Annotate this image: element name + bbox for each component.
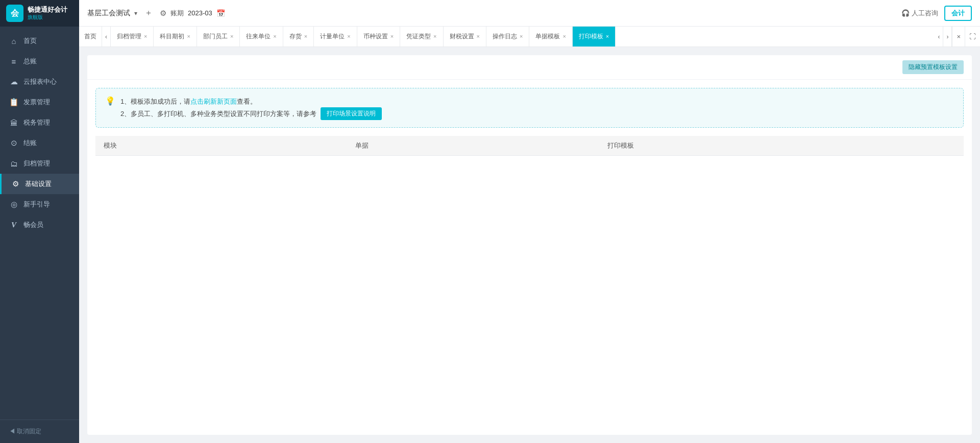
tab-customer-label: 往来单位 [246,32,271,41]
tab-printtemplate[interactable]: 打印模板 × [573,27,616,46]
sidebar-item-archive[interactable]: 🗂 归档管理 [0,153,79,174]
hide-template-button[interactable]: 隐藏预置模板设置 [902,60,964,74]
archive-icon: 🗂 [9,159,18,168]
col-template: 打印模板 [599,136,964,156]
tab-oplog[interactable]: 操作日志 × [486,27,529,46]
tab-currency-label: 币种设置 [363,32,388,41]
table-container: 模块 单据 打印模板 [87,136,972,164]
sidebar-item-tax[interactable]: 🏛 税务管理 [0,112,79,133]
sidebar-item-home-label: 首页 [23,36,37,45]
sidebar-unpin[interactable]: ◀ 取消固定 [0,419,79,443]
settings-icon: ⚙ [11,179,20,189]
tab-stock-close[interactable]: × [304,34,307,39]
service-button[interactable]: 🎧 人工咨询 [901,9,938,18]
info-line1-suffix: 查看。 [237,98,257,105]
period-label: 账期 [170,9,184,18]
app-logo: 会 畅捷通好会计 旗舰版 [0,0,79,27]
print-template-table: 模块 单据 打印模板 [95,136,964,156]
tab-voucher-close[interactable]: × [433,34,436,39]
tab-scroll-left[interactable]: ‹ [935,27,943,46]
sidebar: 会 畅捷通好会计 旗舰版 ⌂ 首页 ≡ 总账 ☁ 云报表中心 📋 发票管理 🏛 … [0,0,79,443]
col-document: 单据 [347,136,599,156]
kuaiji-button[interactable]: 会计 [944,6,972,21]
guide-icon: ◎ [9,200,18,209]
sidebar-item-closing[interactable]: ⊙ 结账 [0,133,79,153]
tab-close-all[interactable]: × [952,27,965,46]
tab-dept-close[interactable]: × [230,34,233,39]
topbar-left: 基层工会测试 ▾ ＋ ⚙ 账期 2023-03 📅 [87,7,225,19]
closing-icon: ⊙ [9,138,18,148]
cloud-icon: ☁ [9,77,18,86]
period-value: 2023-03 [188,9,212,17]
sidebar-item-ledger[interactable]: ≡ 总账 [0,51,79,72]
tab-currency-close[interactable]: × [390,34,394,39]
sidebar-item-settings-label: 基础设置 [25,179,52,189]
sidebar-item-reports-label: 云报表中心 [23,77,57,86]
tab-finance[interactable]: 财税设置 × [444,27,486,46]
ledger-icon: ≡ [9,57,18,66]
sidebar-nav: ⌂ 首页 ≡ 总账 ☁ 云报表中心 📋 发票管理 🏛 税务管理 ⊙ 结账 🗂 归… [0,27,79,419]
content-panel: 隐藏预置模板设置 💡 1、模板添加成功后，请点击刷新新页面查看。 2、多员工、多… [87,55,972,435]
tab-oplog-label: 操作日志 [493,32,517,41]
tab-customer[interactable]: 往来单位 × [240,27,283,46]
tab-dept-label: 部门员工 [203,32,228,41]
main-area: 基层工会测试 ▾ ＋ ⚙ 账期 2023-03 📅 🎧 人工咨询 会计 首页 ‹… [79,0,980,443]
tab-expand[interactable]: ⛶ [965,27,980,46]
info-bulb-icon: 💡 [105,96,115,106]
tab-template-close[interactable]: × [562,34,566,39]
tab-unit-label: 计量单位 [320,32,345,41]
tab-finance-label: 财税设置 [450,32,474,41]
company-dropdown-icon[interactable]: ▾ [134,10,137,17]
tab-home-label: 首页 [84,32,96,41]
sidebar-item-settings[interactable]: ⚙ 基础设置 [0,174,79,194]
tab-home[interactable]: 首页 [79,27,102,46]
tab-currency[interactable]: 币种设置 × [357,27,400,46]
info-box: 💡 1、模板添加成功后，请点击刷新新页面查看。 2、多员工、多打印机、多种业务类… [95,88,964,128]
tab-voucher-label: 凭证类型 [406,32,431,41]
info-line2: 2、多员工、多打印机、多种业务类型设置不同打印方案等，请参考 打印场景设置说明 [120,107,382,120]
sidebar-item-invoice[interactable]: 📋 发票管理 [0,92,79,112]
service-icon: 🎧 [901,9,910,17]
tab-subject[interactable]: 科目期初 × [154,27,197,46]
tab-stock-label: 存货 [289,32,302,41]
tab-unit[interactable]: 计量单位 × [314,27,357,46]
sidebar-item-home[interactable]: ⌂ 首页 [0,31,79,51]
tab-scroll-right[interactable]: › [943,27,952,46]
tab-printtemplate-close[interactable]: × [606,34,609,39]
unpin-label: ◀ 取消固定 [9,427,41,436]
tab-voucher[interactable]: 凭证类型 × [400,27,443,46]
tab-customer-close[interactable]: × [273,34,276,39]
tab-stock[interactable]: 存货 × [283,27,314,46]
calendar-icon[interactable]: 📅 [216,9,225,17]
member-icon: V [9,221,18,229]
sidebar-item-guide[interactable]: ◎ 新手引导 [0,194,79,215]
sidebar-item-invoice-label: 发票管理 [23,98,50,107]
tab-nav-prev[interactable]: ‹ [102,27,111,46]
sidebar-item-reports[interactable]: ☁ 云报表中心 [0,72,79,92]
sidebar-item-guide-label: 新手引导 [23,200,50,209]
tab-finance-close[interactable]: × [477,34,480,39]
tab-template[interactable]: 单据模板 × [529,27,572,46]
add-company-icon[interactable]: ＋ [141,7,156,19]
tab-archive-close[interactable]: × [144,34,147,39]
tab-unit-close[interactable]: × [347,34,350,39]
company-settings-icon[interactable]: ⚙ [160,9,166,18]
sidebar-item-tax-label: 税务管理 [23,118,50,127]
tax-icon: 🏛 [9,119,18,127]
table-header: 模块 单据 打印模板 [95,136,964,156]
info-line2-prefix: 2、多员工、多打印机、多种业务类型设置不同打印方案等，请参考 [120,108,316,120]
tab-oplog-close[interactable]: × [520,34,523,39]
col-module: 模块 [95,136,347,156]
logo-icon: 会 [6,5,23,22]
info-refresh-link[interactable]: 点击刷新新页面 [190,98,237,105]
sidebar-item-member[interactable]: V 畅会员 [0,215,79,235]
content-area: 隐藏预置模板设置 💡 1、模板添加成功后，请点击刷新新页面查看。 2、多员工、多… [79,47,980,443]
app-title: 畅捷通好会计 [28,6,67,14]
invoice-icon: 📋 [9,98,18,107]
tab-archive[interactable]: 归档管理 × [111,27,154,46]
home-icon: ⌂ [9,37,18,45]
service-label: 人工咨询 [912,9,938,18]
tab-subject-close[interactable]: × [187,34,190,39]
tab-dept[interactable]: 部门员工 × [197,27,240,46]
print-scene-button[interactable]: 打印场景设置说明 [321,107,382,120]
